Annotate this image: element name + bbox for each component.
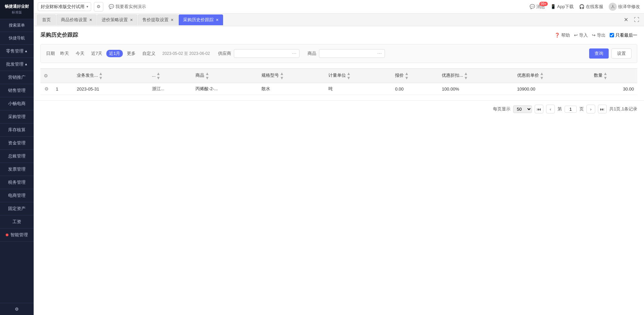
sort-icon[interactable]: ▲▼	[404, 71, 409, 80]
tab-strategy[interactable]: 进价策略设置✕	[97, 14, 137, 25]
row-gear-icon[interactable]: ⚙	[44, 86, 49, 92]
tab-price[interactable]: 商品价格设置✕	[57, 14, 97, 25]
per-page-select[interactable]: 2050100200	[513, 105, 532, 113]
sidebar-item-label: 总账管理	[8, 153, 26, 159]
user-btn[interactable]: 人 徐泽华修改	[609, 3, 640, 11]
col-header-date[interactable]: 业务发生...▲▼	[73, 69, 148, 83]
prev-page-btn[interactable]: ‹	[546, 105, 555, 113]
sidebar-item-eshop[interactable]: 小畅电商	[0, 97, 34, 110]
tab-close-btn[interactable]: ✕	[89, 18, 92, 22]
sort-icon[interactable]: ▲▼	[205, 71, 209, 80]
date-option-近1月[interactable]: 近1月	[106, 50, 123, 57]
tab-sale_price[interactable]: 售价提取设置✕	[138, 14, 178, 25]
logo-area: 畅捷通好业财 标准版	[0, 0, 34, 19]
sidebar-item-label: 小畅电商	[8, 101, 26, 107]
col-header-unit[interactable]: 计量单位▲▼	[325, 69, 392, 83]
sidebar-item-salary[interactable]: 工资	[0, 215, 34, 229]
supplier-dots[interactable]: ···	[292, 50, 296, 57]
sort-icon[interactable]: ▲▼	[347, 71, 351, 80]
tab-history[interactable]: 采购历史价跟踪✕	[179, 14, 223, 25]
sidebar-item-retail[interactable]: 零售管理▲	[0, 45, 34, 58]
first-page-btn[interactable]: ⏮	[535, 105, 543, 113]
col-header-discount[interactable]: 优惠折扣...▲▼	[438, 69, 513, 83]
cell-price: 0.00	[392, 83, 438, 95]
demo-link[interactable]: 💬 我要看实例演示	[109, 4, 146, 10]
sort-icon[interactable]: ▲▼	[99, 71, 103, 80]
sort-icon[interactable]: ▲▼	[603, 71, 608, 80]
date-option-近7天[interactable]: 近7天	[88, 50, 105, 57]
sidebar-item-inventory[interactable]: 库存核算	[0, 124, 34, 137]
date-range: 2023-05-02 至 2023-06-02	[162, 51, 210, 57]
date-option-自定义[interactable]: 自定义	[140, 50, 158, 57]
cell-quantity: 30.00	[591, 83, 637, 95]
only-last-checkbox[interactable]: 只看最后一	[610, 32, 637, 38]
sidebar-item-tax[interactable]: 税务管理	[0, 176, 34, 189]
query-button[interactable]: 查询	[589, 48, 609, 59]
col-label: 规格型号	[261, 73, 279, 78]
sidebar-item-wholesale[interactable]: 批发管理▲	[0, 58, 34, 71]
page-input[interactable]: 1	[565, 106, 577, 113]
supplier-input-wrap[interactable]: ···	[234, 49, 299, 58]
quick-nav[interactable]: 快捷导航	[0, 32, 34, 45]
close-tab-btn[interactable]: ✕	[621, 15, 631, 25]
tab-close-btn[interactable]: ✕	[130, 18, 133, 22]
sort-icon[interactable]: ▲▼	[540, 71, 544, 80]
col-label: 优惠前单价	[517, 73, 539, 78]
table-gear-icon[interactable]: ⚙	[44, 73, 48, 78]
goods-input-wrap[interactable]: ···	[319, 49, 385, 58]
sidebar-item-label: 库存核算	[8, 127, 26, 133]
col-header-spec[interactable]: 规格型号▲▼	[258, 69, 325, 83]
col-label: 报价	[395, 73, 404, 78]
sidebar-item-assets[interactable]: 固定资产	[0, 202, 34, 215]
col-header-seq	[52, 69, 73, 83]
col-header-more[interactable]: ...▲▼	[149, 69, 192, 83]
sidebar-item-ledger[interactable]: 总账管理	[0, 150, 34, 163]
sidebar-item-label: 工资	[12, 219, 21, 225]
tab-home[interactable]: 首页	[37, 14, 56, 25]
app-icon: 📱	[550, 4, 556, 9]
import-btn[interactable]: ↩ 导入	[574, 32, 588, 38]
sort-icon[interactable]: ▲▼	[464, 71, 468, 80]
message-btn[interactable]: 💬 消息 99+	[530, 4, 545, 10]
online-service-btn[interactable]: 🎧 在线客服	[579, 4, 603, 10]
app-download-btn[interactable]: 📱 App下载	[550, 4, 574, 10]
only-last-input[interactable]	[610, 33, 614, 37]
sidebar-item-sales[interactable]: 销售管理	[0, 84, 34, 97]
next-page-btn[interactable]: ›	[586, 105, 595, 113]
sort-icon[interactable]: ▲▼	[280, 71, 284, 80]
supplier-input[interactable]	[237, 51, 291, 56]
topbar-right: 💬 消息 99+ 📱 App下载 🎧 在线客服 人 徐泽华修改	[530, 3, 640, 11]
col-header-price[interactable]: 报价▲▼	[392, 69, 438, 83]
sidebar-item-marketing[interactable]: 营销推广	[0, 71, 34, 84]
settings-icon[interactable]: ⚙	[94, 2, 103, 11]
last-page-btn[interactable]: ⏭	[598, 105, 607, 113]
sidebar-item-smart[interactable]: 智能管理	[0, 229, 34, 242]
search-menu[interactable]: 搜索菜单	[0, 19, 34, 32]
tab-close-btn[interactable]: ✕	[216, 18, 219, 22]
goods-input[interactable]	[322, 51, 376, 56]
sidebar-item-invoice[interactable]: 发票管理	[0, 163, 34, 176]
sidebar-item-finance[interactable]: 资金管理	[0, 137, 34, 150]
tabs-container: 首页商品价格设置✕进价策略设置✕售价提取设置✕采购历史价跟踪✕	[37, 14, 223, 25]
sidebar-item-purchase[interactable]: 采购管理	[0, 110, 34, 124]
goods-dots[interactable]: ···	[377, 50, 382, 57]
settings-button[interactable]: 设置	[611, 48, 632, 59]
service-label: 在线客服	[586, 4, 603, 10]
col-header-quantity[interactable]: 数量▲▼	[591, 69, 637, 83]
col-header-pre_discount_price[interactable]: 优惠前单价▲▼	[514, 69, 591, 83]
total-info: 共1页,1条记录	[609, 106, 637, 112]
export-btn[interactable]: ↪ 导出	[592, 32, 606, 38]
app-label: App下载	[557, 4, 574, 10]
sidebar-gear[interactable]: ⚙	[0, 303, 34, 315]
sort-icon[interactable]: ▲▼	[156, 71, 160, 80]
help-btn[interactable]: ❓ 帮助	[554, 32, 570, 38]
tab-close-btn[interactable]: ✕	[171, 18, 174, 22]
expand-btn[interactable]: ⛶	[632, 15, 641, 25]
col-header-goods[interactable]: 商品▲▼	[192, 69, 258, 83]
version-selector[interactable]: 好业财标准版交付试用 ▾	[38, 2, 91, 11]
message-icon: 💬	[530, 4, 535, 9]
date-option-昨天[interactable]: 昨天	[58, 50, 72, 57]
date-option-今天[interactable]: 今天	[73, 50, 87, 57]
sidebar-item-ecommerce[interactable]: 电商管理	[0, 189, 34, 202]
date-option-更多[interactable]: 更多	[124, 50, 138, 57]
